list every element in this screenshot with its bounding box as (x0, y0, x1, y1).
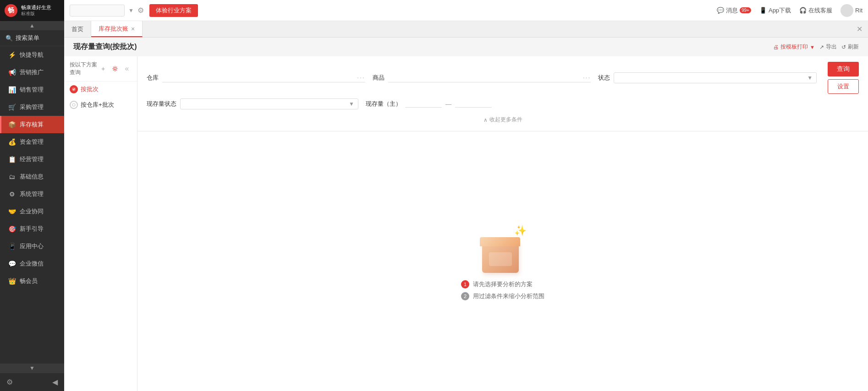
collapse-more-label: 收起更多条件 (489, 116, 522, 124)
filter-area: 仓库 ··· 商品 ··· (137, 56, 868, 131)
sidebar: 畅 畅康通好生意 标准版 ▲ 🔍 搜索菜单 ⚡ 快捷导航 📢 营销推广 📊 销售… (0, 0, 64, 391)
sidebar-item-sales[interactable]: 📊 销售管理 (0, 81, 64, 98)
quick-nav-icon: ⚡ (8, 51, 16, 59)
box-lid (480, 237, 520, 246)
sidebar-item-system[interactable]: ⚙ 系统管理 (0, 185, 64, 203)
scheme-item-batch[interactable]: 按批次 (64, 81, 137, 97)
refresh-btn[interactable]: ↺ 刷新 (841, 43, 859, 51)
user-action[interactable]: Rit (841, 4, 863, 17)
search-label: 搜索菜单 (16, 34, 39, 42)
sidebar-scroll-up[interactable]: ▲ (0, 21, 64, 30)
settings-btn[interactable]: 设置 (828, 79, 859, 94)
sidebar-item-inventory[interactable]: 📦 库存核算 (0, 116, 64, 133)
member-icon: 👑 (8, 277, 16, 285)
sidebar-item-quick-nav[interactable]: ⚡ 快捷导航 (0, 46, 64, 64)
tabs: 首页 库存批次账 × ✕ (64, 21, 868, 38)
purchase-icon: 🛒 (8, 103, 16, 111)
headset-icon: 🎧 (799, 7, 807, 14)
warehouse-input-wrap: ··· (162, 74, 365, 82)
stock-qty-to-input[interactable] (455, 100, 492, 108)
sidebar-scroll-down[interactable]: ▼ (0, 364, 64, 373)
topbar-search-input[interactable] (70, 5, 125, 16)
sidebar-bottom: ⚙ ◀ (0, 373, 64, 391)
refresh-label: 刷新 (848, 43, 859, 51)
sidebar-search[interactable]: 🔍 搜索菜单 (0, 30, 64, 46)
filter-row-2: 现存量状态 ▼ 现存量（主） — (147, 98, 859, 109)
messages-action[interactable]: 💬 消息 99+ (717, 6, 751, 15)
export-icon: ↗ (819, 44, 824, 50)
app-logo: 畅 (5, 4, 17, 17)
operations-icon: 📋 (8, 155, 16, 163)
sidebar-item-wechat[interactable]: 💬 企业微信 (0, 255, 64, 272)
product-dots[interactable]: ··· (583, 74, 591, 81)
messages-badge: 99+ (740, 7, 751, 13)
left-panel-actions: + « (99, 64, 132, 73)
topbar-gear-icon[interactable]: ⚙ (137, 6, 144, 15)
main-area: ▼ ⚙ 体验行业方案 💬 消息 99+ 📱 App下载 🎧 在线客服 Rit (64, 0, 868, 391)
status-select[interactable]: ▼ (614, 72, 817, 83)
tab-batch-account[interactable]: 库存批次账 × (91, 21, 143, 37)
sidebar-item-operations[interactable]: 📋 经营管理 (0, 151, 64, 168)
warehouse-dots[interactable]: ··· (357, 74, 365, 81)
inventory-icon: 📦 (8, 120, 16, 129)
sidebar-item-label: 资金管理 (20, 138, 44, 146)
add-scheme-btn[interactable]: + (99, 64, 108, 73)
collapse-more-btn[interactable]: ∧ 收起更多条件 (147, 114, 859, 125)
app-download-action[interactable]: 📱 App下载 (759, 6, 791, 15)
stock-status-label: 现存量状态 (147, 100, 176, 108)
topbar-right: 💬 消息 99+ 📱 App下载 🎧 在线客服 Rit (717, 4, 863, 17)
scheme-settings-btn[interactable] (110, 64, 120, 73)
online-service-action[interactable]: 🎧 在线客服 (799, 6, 832, 15)
basic-icon: 🗂 (8, 173, 16, 181)
status-label: 状态 (598, 74, 610, 82)
sidebar-item-app-center[interactable]: 📱 应用中心 (0, 238, 64, 255)
warehouse-label: 仓库 (147, 74, 159, 82)
product-label: 商品 (373, 74, 385, 82)
collapse-left-panel-btn[interactable]: « (122, 64, 132, 73)
scheme-item-warehouse-batch[interactable]: 按仓库+批次 (64, 97, 137, 113)
btn-actions: 查询 设置 (828, 62, 859, 94)
stock-status-select[interactable]: ▼ (180, 98, 358, 109)
empty-tip-1: 1 请先选择要分析的方案 (461, 280, 544, 288)
product-input[interactable] (388, 74, 581, 81)
filter-row-1: 仓库 ··· 商品 ··· (147, 62, 859, 94)
sidebar-item-newbie[interactable]: 🎯 新手引导 (0, 220, 64, 238)
query-btn[interactable]: 查询 (828, 62, 859, 76)
sidebar-item-label: 销售管理 (20, 86, 44, 94)
sidebar-item-basic[interactable]: 🗂 基础信息 (0, 168, 64, 185)
sidebar-item-member[interactable]: 👑 畅会员 (0, 272, 64, 290)
sidebar-item-enterprise[interactable]: 🤝 企业协同 (0, 203, 64, 220)
scheme-label: 按仓库+批次 (81, 101, 114, 109)
export-btn[interactable]: ↗ 导出 (819, 43, 837, 51)
svg-point-2 (72, 103, 75, 106)
sidebar-item-finance[interactable]: 💰 资金管理 (0, 133, 64, 151)
warehouse-input[interactable] (162, 74, 355, 81)
message-icon: 💬 (717, 7, 724, 14)
svg-point-0 (114, 68, 116, 70)
experience-btn[interactable]: 体验行业方案 (149, 4, 198, 17)
finance-icon: 💰 (8, 138, 16, 146)
sidebar-item-marketing[interactable]: 📢 营销推广 (0, 64, 64, 81)
empty-state: ✨ 1 请先选择要分析的方案 2 用过滤条件来缩小分析范围 (137, 131, 868, 391)
filter-warehouse: 仓库 ··· (147, 74, 365, 82)
topbar-chevron-icon[interactable]: ▼ (128, 7, 134, 14)
box-highlight (489, 252, 512, 266)
print-btn[interactable]: 🖨 按模板打印 ▼ (773, 43, 815, 51)
tab-home[interactable]: 首页 (64, 21, 91, 37)
stock-qty-from-input[interactable] (405, 100, 442, 108)
online-service-label: 在线客服 (808, 6, 832, 15)
tab-close-icon[interactable]: × (131, 26, 135, 32)
sidebar-item-label: 快捷导航 (20, 51, 44, 59)
sidebar-settings-icon[interactable]: ⚙ (6, 378, 13, 386)
sidebar-item-label: 库存核算 (20, 120, 44, 129)
sidebar-item-purchase[interactable]: 🛒 采购管理 (0, 98, 64, 116)
collapse-more-icon: ∧ (483, 117, 488, 123)
status-chevron-icon: ▼ (807, 75, 813, 81)
panel-close-btn[interactable]: ✕ (851, 25, 868, 33)
sidebar-collapse-icon[interactable]: ◀ (52, 378, 58, 386)
page-header: 现存量查询(按批次) 🖨 按模板打印 ▼ ↗ 导出 ↺ 刷新 (64, 38, 868, 56)
tab-batch-label: 库存批次账 (99, 25, 128, 33)
user-name: Rit (855, 7, 863, 14)
tab-home-label: 首页 (71, 25, 83, 33)
sidebar-nav: ⚡ 快捷导航 📢 营销推广 📊 销售管理 🛒 采购管理 📦 库存核算 💰 资金管… (0, 46, 64, 364)
